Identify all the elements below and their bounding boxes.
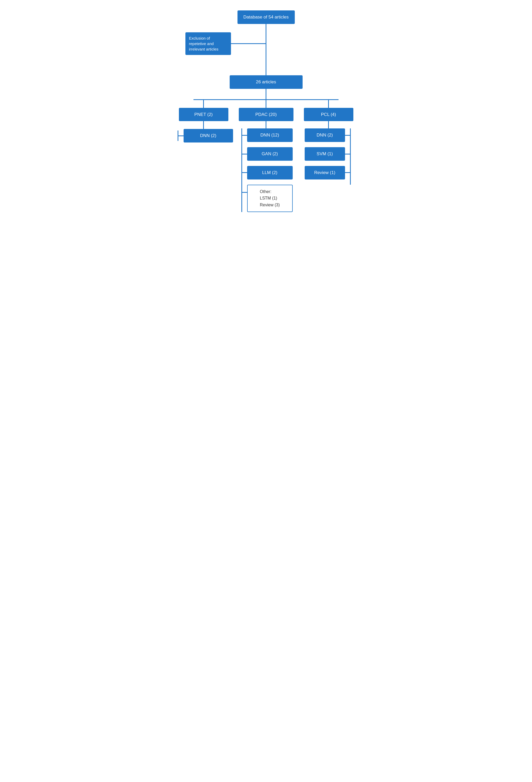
pdac-v-drop [266, 100, 266, 108]
pcl-label: PCL (4) [321, 111, 336, 118]
pcl-dnn-node: DNN (2) [305, 129, 345, 142]
pdac-dnn-h [241, 135, 247, 136]
pdac-other-h [241, 192, 247, 193]
pnet-dnn-node: DNN (2) [184, 129, 233, 142]
pdac-llm-row: LLM (2) [241, 166, 293, 179]
pdac-gan-h [241, 154, 247, 154]
pdac-llm-node: LLM (2) [247, 166, 293, 179]
v-connector-2 [266, 32, 266, 66]
pdac-label: PDAC (20) [255, 111, 276, 118]
database-label: Database of 54 articles [243, 14, 289, 20]
pnet-v-drop [203, 100, 204, 108]
pdac-llm-h [241, 172, 247, 173]
pcl-dnn-label: DNN (2) [317, 132, 333, 138]
pcl-rail [350, 129, 351, 184]
pdac-gan-label: GAN (2) [262, 151, 278, 157]
h-branch-bar [193, 99, 339, 100]
pdac-center-v [266, 121, 266, 129]
pcl-svm-label: SVM (1) [317, 151, 333, 157]
exclusion-h-connector [231, 43, 266, 44]
pcl-svm-node: SVM (1) [305, 147, 345, 161]
pdac-rail [241, 129, 242, 212]
pdac-node: PDAC (20) [239, 108, 294, 121]
pcl-review-row: Review (1) [305, 166, 351, 179]
exclusion-label: Exclusion of repetetive and irrelevant a… [185, 32, 231, 55]
pnet-dnn-label: DNN (2) [200, 133, 216, 139]
flowchart-diagram: Database of 54 articles Exclusion of rep… [178, 10, 355, 212]
col-pcl: PCL (4) DNN (2) [303, 100, 355, 185]
pcl-v-drop [328, 100, 329, 108]
pdac-other-row: Other:LSTM (1)Review (3) [241, 185, 293, 212]
articles-26-node: 26 articles [230, 75, 303, 89]
pdac-dnn-row: DNN (12) [241, 129, 293, 142]
pdac-other-node: Other:LSTM (1)Review (3) [247, 185, 293, 212]
pdac-gan-node: GAN (2) [247, 147, 293, 161]
v-connector-4 [266, 89, 266, 99]
pnet-label: PNET (2) [194, 111, 213, 118]
pdac-dnn-node: DNN (12) [247, 129, 293, 142]
pcl-center-v [328, 121, 329, 129]
pdac-gan-row: GAN (2) [241, 147, 293, 161]
v-connector-1 [266, 24, 266, 32]
pdac-dnn-label: DNN (12) [260, 132, 279, 138]
exclusion-node: Exclusion of repetetive and irrelevant a… [185, 32, 231, 55]
pnet-node: PNET (2) [179, 108, 228, 121]
col-pnet: PNET (2) [178, 100, 230, 143]
pcl-svm-row: SVM (1) [305, 147, 351, 161]
col-pdac: PDAC (20) DNN (12) [237, 100, 295, 212]
pdac-other-label: Other:LSTM (1)Review (3) [260, 188, 280, 208]
pnet-sub-v [203, 121, 204, 129]
pcl-dnn-row: DNN (2) [305, 129, 351, 142]
pcl-review-node: Review (1) [305, 166, 345, 179]
pcl-node: PCL (4) [304, 108, 353, 121]
database-node: Database of 54 articles [237, 10, 295, 24]
v-connector-3 [266, 66, 266, 75]
pnet-bracket-h [178, 136, 184, 136]
pcl-review-label: Review (1) [314, 170, 335, 176]
articles-26-label: 26 articles [256, 79, 276, 85]
pdac-llm-label: LLM (2) [262, 170, 277, 176]
